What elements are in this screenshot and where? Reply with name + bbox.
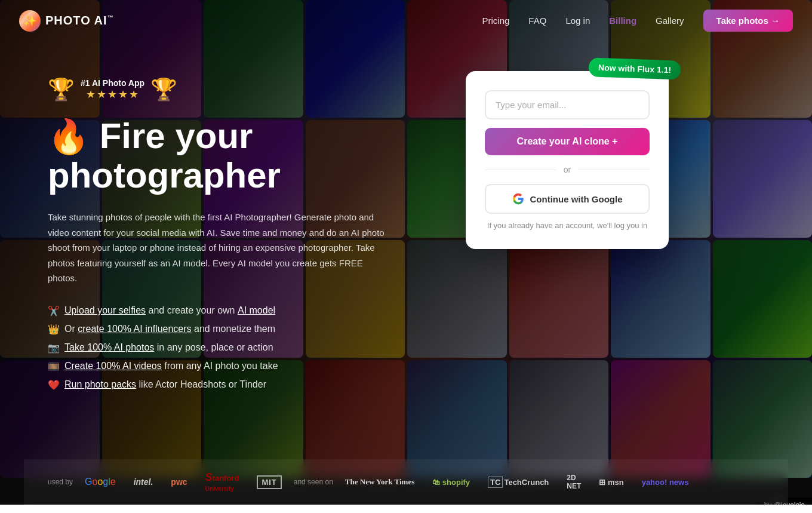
- run-photo-packs-link[interactable]: Run photo packs: [64, 379, 136, 389]
- google-signin-button[interactable]: Continue with Google: [485, 184, 650, 214]
- upload-selfies-link[interactable]: Upload your selfies: [64, 305, 146, 315]
- ai-influencers-link[interactable]: create 100% AI influencers: [78, 324, 191, 334]
- film-icon: 🎞️: [48, 361, 60, 372]
- brands-inner: used by Google intel. pwc StanfordUniver…: [24, 459, 788, 505]
- hero-headline: 🔥 Fire yourphotographer: [48, 116, 442, 195]
- crown-icon: 👑: [48, 324, 60, 335]
- take-photos-button[interactable]: Take photos →: [703, 10, 793, 32]
- brand-nyt: The New York Times: [345, 477, 414, 487]
- signup-card: Create your AI clone + or Continue with …: [466, 71, 669, 249]
- used-by-label: used by: [48, 478, 73, 486]
- brand-msn: ⊞ msn: [599, 478, 623, 487]
- email-input[interactable]: [485, 90, 650, 119]
- logo-link[interactable]: ✨ PHOTO AI™: [19, 10, 114, 32]
- brand-yahoo: yahoo! news: [642, 478, 689, 487]
- create-ai-videos-link[interactable]: Create 100% AI videos: [64, 361, 162, 371]
- create-clone-button[interactable]: Create your AI clone +: [485, 128, 650, 155]
- award-text-block: #1 AI Photo App ★★★★★: [81, 78, 144, 101]
- brand-shopify: 🛍 shopify: [432, 478, 470, 487]
- brand-intel: intel.: [134, 477, 153, 487]
- feature-influencer: 👑 Or create 100% AI influencers and mone…: [48, 324, 442, 335]
- hero-features-list: ✂️ Upload your selfies and create your o…: [48, 305, 442, 391]
- nav-billing[interactable]: Billing: [609, 16, 636, 26]
- media-logos: The New York Times 🛍 shopify TCTechCrunc…: [345, 474, 689, 490]
- google-icon: [512, 193, 524, 205]
- feature-photo-packs: ❤️ Run photo packs like Actor Headshots …: [48, 379, 442, 391]
- seen-on-label: and seen on: [294, 478, 333, 486]
- logo-text: PHOTO AI™: [45, 14, 114, 27]
- brand-zdnet: 2DNET: [567, 474, 581, 490]
- heart-icon: ❤️: [48, 379, 60, 391]
- brand-mit: MIT: [257, 475, 281, 489]
- brand-logos: Google intel. pwc StanfordUniversity MIT: [85, 471, 282, 493]
- hero-section: 🏆 #1 AI Photo App ★★★★★ 🏆 🔥 Fire yourpho…: [0, 41, 812, 471]
- signup-card-wrapper: Now with Flux 1.1! Create your AI clone …: [466, 71, 669, 249]
- brand-google: Google: [85, 477, 116, 487]
- feature-upload: ✂️ Upload your selfies and create your o…: [48, 305, 442, 317]
- brand-pwc: pwc: [171, 477, 187, 487]
- feature-photos: 📷 Take 100% AI photos in any pose, place…: [48, 342, 442, 354]
- nav-pricing[interactable]: Pricing: [482, 16, 510, 26]
- flux-badge: Now with Flux 1.1!: [588, 57, 681, 79]
- navbar: ✨ PHOTO AI™ Pricing FAQ Log in Billing G…: [0, 0, 812, 41]
- upload-icon: ✂️: [48, 305, 60, 317]
- brand-techcrunch: TCTechCrunch: [488, 478, 549, 487]
- nav-gallery[interactable]: Gallery: [656, 16, 684, 26]
- take-ai-photos-link[interactable]: Take 100% AI photos: [64, 342, 154, 352]
- nav-faq[interactable]: FAQ: [528, 16, 546, 26]
- brand-stanford: StanfordUniversity: [205, 471, 239, 493]
- brands-bar: used by Google intel. pwc StanfordUniver…: [0, 459, 812, 505]
- divider: or: [485, 165, 650, 174]
- camera-icon: 📷: [48, 342, 60, 354]
- laurel-left-icon: 🏆: [48, 77, 75, 102]
- hero-description: Take stunning photos of people with the …: [48, 210, 394, 286]
- laurel-right-icon: 🏆: [150, 77, 177, 102]
- testimonials-grid: "Photo AI is making money by "Photo AI c…: [24, 505, 788, 513]
- nav-links: Pricing FAQ Log in Billing Gallery Take …: [482, 10, 793, 32]
- ai-model-link[interactable]: AI model: [238, 305, 275, 315]
- fire-emoji: 🔥: [48, 118, 90, 155]
- award-badge: 🏆 #1 AI Photo App ★★★★★ 🏆: [48, 77, 177, 102]
- testimonials-section: "Photo AI is making money by "Photo AI c…: [0, 505, 812, 513]
- feature-videos: 🎞️ Create 100% AI videos from any AI pho…: [48, 361, 442, 372]
- logo-icon: ✨: [19, 10, 41, 32]
- nav-login[interactable]: Log in: [565, 16, 590, 26]
- hero-content: 🏆 #1 AI Photo App ★★★★★ 🏆 🔥 Fire yourpho…: [48, 65, 442, 391]
- signin-note: If you already have an account, we'll lo…: [485, 221, 650, 230]
